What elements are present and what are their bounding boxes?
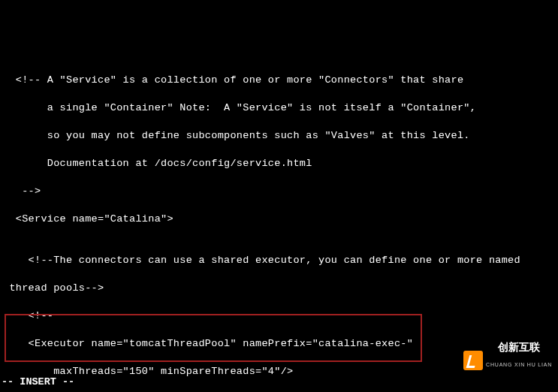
code-line: <Service name="Catalina">: [3, 213, 558, 227]
watermark: 创新互联 CHUANG XIN HU LIAN: [463, 333, 552, 387]
watermark-sub: CHUANG XIN HU LIAN: [486, 360, 552, 369]
code-line: a single "Container" Note: A "Service" i…: [3, 101, 558, 116]
code-line: thread pools-->: [3, 282, 558, 296]
vim-mode-status: -- INSERT --: [0, 375, 74, 390]
code-line: <!-- A "Service" is a collection of one …: [3, 74, 558, 88]
code-line: Documentation at /docs/config/service.ht…: [3, 157, 558, 171]
code-line: <!--The connectors can use a shared exec…: [3, 254, 558, 268]
watermark-logo-icon: [463, 351, 483, 370]
watermark-text: 创新互联 CHUANG XIN HU LIAN: [486, 333, 552, 387]
code-line: <!--: [3, 309, 558, 324]
code-line: -->: [3, 185, 558, 199]
watermark-main: 创新互联: [498, 341, 540, 353]
code-line: so you may not define subcomponents such…: [3, 129, 558, 143]
